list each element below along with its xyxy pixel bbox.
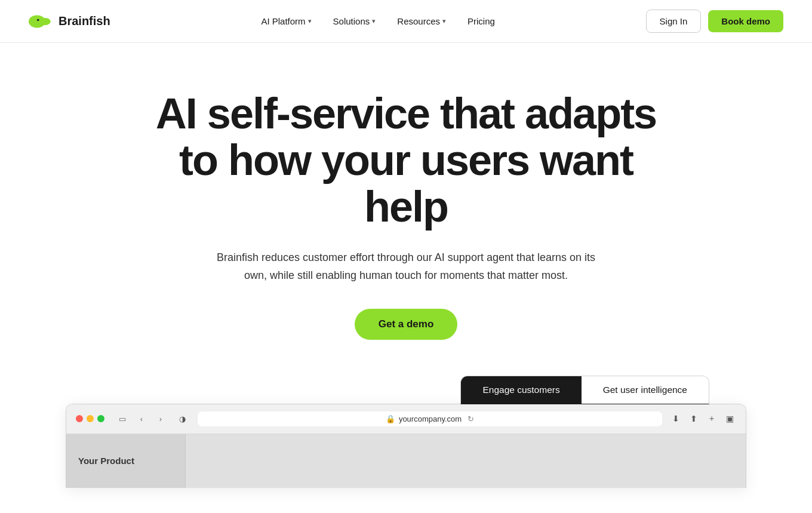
svg-point-1 (40, 17, 51, 24)
browser-content: Your Product (66, 434, 746, 488)
nav-links: AI Platform ▾ Solutions ▾ Resources ▾ Pr… (253, 11, 503, 31)
nav-item-solutions[interactable]: Solutions ▾ (325, 11, 385, 31)
browser-address-bar[interactable]: 🔒 yourcompany.com ↻ (198, 411, 662, 426)
svg-point-2 (37, 19, 39, 21)
browser-toolbar: ▭ ‹ › ◑ 🔒 yourcompany.com ↻ ⬇ (66, 404, 746, 434)
chevron-down-icon: ▾ (442, 17, 446, 25)
tab-user-intelligence[interactable]: Get user intelligence (582, 376, 709, 404)
product-label: Your Product (78, 456, 134, 466)
hero-title: AI self-service that adapts to how your … (137, 91, 675, 230)
nav-actions: Sign In Book demo (646, 10, 783, 33)
lock-icon: 🔒 (386, 414, 395, 423)
sidebar-right-icon[interactable]: ▣ (723, 412, 736, 425)
reload-icon: ↻ (467, 414, 474, 423)
nav-item-ai-platform[interactable]: AI Platform ▾ (253, 11, 319, 31)
browser-actions-right: ⬇ ⬆ ＋ ▣ (669, 412, 736, 425)
download-icon[interactable]: ⬇ (669, 412, 682, 425)
sidebar-toggle-icon[interactable]: ▭ (114, 411, 131, 426)
navbar: Brainfish AI Platform ▾ Solutions ▾ Reso… (0, 0, 812, 43)
nav-item-pricing[interactable]: Pricing (459, 11, 503, 31)
get-demo-button[interactable]: Get a demo (355, 309, 458, 340)
back-icon[interactable]: ‹ (133, 411, 150, 426)
browser-main-area (186, 434, 746, 488)
add-tab-icon[interactable]: ＋ (705, 412, 718, 425)
tab-engage-customers[interactable]: Engage customers (461, 376, 581, 404)
browser-mockup: ▭ ‹ › ◑ 🔒 yourcompany.com ↻ ⬇ (66, 404, 746, 488)
product-preview-section: Engage customers Get user intelligence (29, 376, 783, 488)
browser-controls: ▭ ‹ › (114, 411, 169, 426)
browser-url: yourcompany.com (399, 414, 462, 423)
hero-section: AI self-service that adapts to how your … (0, 43, 812, 513)
contrast-icon: ◑ (176, 413, 188, 425)
forward-icon[interactable]: › (152, 411, 169, 426)
chevron-down-icon: ▾ (372, 17, 376, 25)
browser-sidebar: Your Product (66, 434, 186, 488)
chevron-down-icon: ▾ (308, 17, 312, 25)
signin-button[interactable]: Sign In (646, 10, 702, 33)
nav-item-resources[interactable]: Resources ▾ (389, 11, 454, 31)
logo-link[interactable]: Brainfish (29, 13, 110, 30)
tab-bar-row: Engage customers Get user intelligence (66, 376, 746, 404)
book-demo-button[interactable]: Book demo (708, 10, 783, 32)
browser-dot-green (97, 415, 104, 422)
tab-bar: Engage customers Get user intelligence (460, 376, 709, 404)
browser-dot-yellow (87, 415, 94, 422)
hero-subtitle: Brainfish reduces customer effort throug… (209, 249, 603, 284)
logo-icon (29, 13, 54, 30)
logo-text: Brainfish (59, 14, 110, 28)
browser-dots (76, 415, 104, 422)
browser-dot-red (76, 415, 83, 422)
share-icon[interactable]: ⬆ (687, 412, 700, 425)
tabs-and-browser: Engage customers Get user intelligence (66, 376, 746, 488)
